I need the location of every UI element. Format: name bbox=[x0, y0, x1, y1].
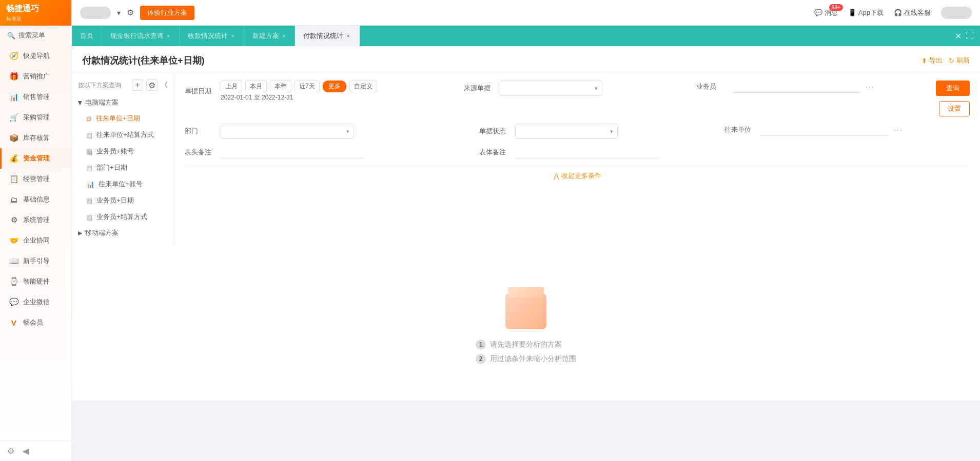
source-field: 来源单据 ▾ bbox=[464, 81, 696, 96]
date-this-month[interactable]: 本月 bbox=[245, 81, 267, 92]
note-head-field: 表头备注 bbox=[185, 146, 479, 158]
salesperson-label: 业务员 bbox=[696, 82, 727, 91]
sidebar-item-enterprise[interactable]: 🤝 企业协同 bbox=[0, 230, 71, 251]
message-icon: 💬 bbox=[814, 9, 822, 16]
collapse-icon: ⋀ bbox=[554, 172, 559, 180]
scheme-item-0[interactable]: ⊙ 往来单位+日期 bbox=[72, 110, 174, 127]
tab-new-scheme-close[interactable]: × bbox=[281, 32, 286, 40]
tab-bank-close[interactable]: × bbox=[166, 32, 171, 40]
scheme-item-1[interactable]: ▤ 往来单位+结算方式 bbox=[72, 127, 174, 143]
tab-payment-close[interactable]: × bbox=[345, 32, 350, 40]
mobile-group-title[interactable]: ▶ 移动端方案 bbox=[72, 225, 174, 240]
date-range-value: 2022-01-01 至 2022-12-31 bbox=[221, 93, 377, 102]
scheme-collapse-btn[interactable]: 《 bbox=[161, 81, 168, 90]
scheme-icon-0: ⊙ bbox=[86, 115, 92, 123]
counterparty-more-btn[interactable]: ··· bbox=[894, 126, 903, 134]
status-select[interactable]: ▾ bbox=[515, 124, 618, 139]
scheme-add-btn[interactable]: + bbox=[132, 79, 143, 91]
date-this-year[interactable]: 本年 bbox=[270, 81, 291, 92]
tabbar: 首页 现金银行流水查询 × 收款情况统计 × 新建方案 × 付款情况统计 × ✕… bbox=[72, 26, 980, 46]
status-field: 单据状态 ▾ bbox=[479, 124, 724, 139]
phone-icon: 📱 bbox=[848, 9, 856, 16]
sidebar-item-sales[interactable]: 📊 销售管理 bbox=[0, 87, 71, 107]
scheme-panel-header: 按以下方案查询 + ⚙ 《 bbox=[72, 79, 174, 95]
topbar-avatar bbox=[80, 7, 111, 19]
tab-home[interactable]: 首页 bbox=[72, 26, 102, 46]
service-btn[interactable]: 🎧 在线客服 bbox=[894, 8, 931, 17]
page-title: 付款情况统计(往来单位+日期) bbox=[82, 54, 205, 67]
empty-hint-2: 2 用过滤条件来缩小分析范围 bbox=[476, 354, 576, 364]
sidebar-collapse-btn[interactable]: ◀ bbox=[23, 446, 29, 456]
scheme-item-3[interactable]: ▤ 部门+日期 bbox=[72, 159, 174, 176]
scheme-icon-2: ▤ bbox=[86, 148, 92, 155]
tab-new-scheme[interactable]: 新建方案 × bbox=[244, 26, 295, 46]
export-icon: ⬆ bbox=[922, 57, 927, 65]
export-btn[interactable]: ⬆ 导出 bbox=[922, 56, 943, 65]
date-last-7days[interactable]: 近7天 bbox=[295, 81, 320, 92]
scheme-item-2[interactable]: ▤ 业务员+账号 bbox=[72, 143, 174, 159]
refresh-btn[interactable]: ↻ 刷新 bbox=[949, 56, 970, 65]
date-more[interactable]: 更多 bbox=[323, 81, 346, 92]
sidebar-item-baseinfo[interactable]: 🗂 基础信息 bbox=[0, 189, 71, 210]
marketing-icon: 🎁 bbox=[9, 72, 19, 81]
scheme-item-5[interactable]: ▤ 业务员+日期 bbox=[72, 192, 174, 209]
sidebar-item-marketing[interactable]: 🎁 营销推广 bbox=[0, 66, 71, 87]
dept-label: 部门 bbox=[185, 127, 215, 136]
filter-right: 单据日期 上月 本月 本年 近7天 更多 自定义 20 bbox=[174, 73, 980, 247]
operation-icon: 📋 bbox=[9, 174, 19, 184]
sidebar-item-system[interactable]: ⚙ 系统管理 bbox=[0, 210, 71, 230]
counterparty-input[interactable] bbox=[760, 124, 889, 136]
note-body-input[interactable] bbox=[515, 146, 659, 158]
date-last-month[interactable]: 上月 bbox=[221, 81, 242, 92]
query-btn[interactable]: 查询 bbox=[936, 81, 970, 96]
salesperson-input[interactable] bbox=[732, 81, 860, 93]
sidebar-item-guide[interactable]: 📖 新手引导 bbox=[0, 251, 71, 271]
tab-fullscreen-icon[interactable]: ⛶ bbox=[966, 31, 974, 41]
user-avatar[interactable] bbox=[941, 7, 972, 19]
filter-actions-top: 查询 设置 bbox=[929, 81, 970, 116]
date-options: 上月 本月 本年 近7天 更多 自定义 bbox=[221, 81, 377, 92]
tab-receipt[interactable]: 收款情况统计 × bbox=[180, 26, 244, 46]
scheme-settings-btn[interactable]: ⚙ bbox=[146, 79, 158, 91]
tab-close-all-icon[interactable]: ✕ bbox=[955, 31, 962, 41]
setting-btn[interactable]: 设置 bbox=[939, 101, 970, 116]
topbar-gear-btn[interactable]: ⚙ bbox=[127, 8, 134, 17]
sidebar-item-capital[interactable]: 💰 资金管理 bbox=[0, 148, 71, 169]
sidebar-item-member[interactable]: V 畅会员 bbox=[0, 312, 71, 333]
collapse-bar[interactable]: ⋀ 收起更多条件 bbox=[185, 166, 970, 186]
sidebar-settings-btn[interactable]: ⚙ bbox=[7, 446, 14, 456]
sidebar-item-hardware[interactable]: ⌚ 智能硬件 bbox=[0, 271, 71, 292]
sidebar-item-wechat[interactable]: 💬 企业微信 bbox=[0, 292, 71, 312]
source-select[interactable]: ▾ bbox=[500, 81, 602, 96]
inventory-icon: 📦 bbox=[9, 133, 19, 143]
sidebar-item-inventory[interactable]: 📦 库存核算 bbox=[0, 128, 71, 148]
capital-icon: 💰 bbox=[9, 154, 19, 163]
topbar-dropdown[interactable]: ▾ bbox=[117, 9, 121, 17]
sidebar-item-purchase[interactable]: 🛒 采购管理 bbox=[0, 107, 71, 128]
sidebar-item-quicknav[interactable]: 🧭 快捷导航 bbox=[0, 46, 71, 66]
salesperson-more-btn[interactable]: ··· bbox=[866, 83, 875, 91]
sidebar-search[interactable]: 🔍 搜索菜单 bbox=[0, 26, 71, 46]
tab-receipt-close[interactable]: × bbox=[230, 32, 235, 40]
trial-btn[interactable]: 体验行业方案 bbox=[140, 6, 194, 20]
scheme-item-6[interactable]: ▤ 业务员+结算方式 bbox=[72, 209, 174, 225]
date-custom[interactable]: 自定义 bbox=[349, 81, 377, 92]
message-btn[interactable]: 💬 消息 99+ bbox=[814, 8, 838, 17]
sidebar-logo: 畅捷通巧 bbox=[6, 4, 39, 14]
scheme-item-4[interactable]: 📊 往来单位+账号 bbox=[72, 176, 174, 192]
empty-box-shape bbox=[505, 293, 546, 329]
tab-bank[interactable]: 现金银行流水查询 × bbox=[102, 26, 180, 46]
desktop-scheme-group: ▶ 电脑端方案 ⊙ 往来单位+日期 ▤ 往来单位+结算方式 ▤ bbox=[72, 95, 174, 225]
app-download-btn[interactable]: 📱 App下载 bbox=[848, 8, 884, 17]
scheme-icon-6: ▤ bbox=[86, 213, 92, 221]
dept-select[interactable]: ▾ bbox=[221, 124, 354, 139]
tabbar-controls: ✕ ⛶ bbox=[949, 31, 980, 41]
baseinfo-icon: 🗂 bbox=[9, 195, 19, 204]
date-label: 单据日期 bbox=[185, 87, 215, 96]
desktop-group-title[interactable]: ▶ 电脑端方案 bbox=[72, 95, 174, 110]
tab-payment[interactable]: 付款情况统计 × bbox=[295, 26, 359, 46]
topbar: ▾ ⚙ 体验行业方案 💬 消息 99+ 📱 App下载 🎧 在线客服 bbox=[72, 0, 980, 26]
sidebar-item-operation[interactable]: 📋 经营管理 bbox=[0, 169, 71, 189]
note-head-input[interactable] bbox=[221, 146, 364, 158]
wechat-icon: 💬 bbox=[9, 297, 19, 307]
